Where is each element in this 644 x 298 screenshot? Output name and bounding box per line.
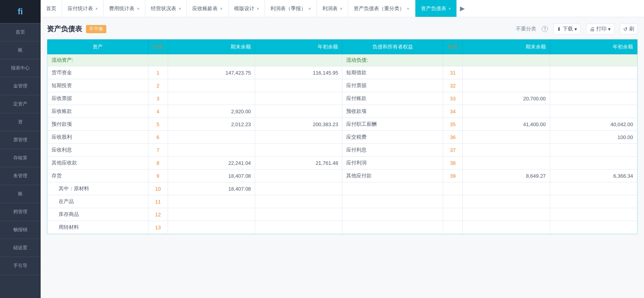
- left-beginning: [255, 170, 342, 182]
- sidebar-item-expense[interactable]: 畅报销: [0, 221, 41, 239]
- sidebar-item-fixed-assets[interactable]: 定资产: [0, 95, 41, 113]
- sidebar-item-doc-mgmt[interactable]: 档管理: [0, 203, 41, 221]
- sidebar-item-inventory[interactable]: 存核算: [0, 149, 41, 167]
- download-chevron-icon: ▾: [574, 26, 577, 32]
- right-ending: [463, 208, 550, 221]
- right-row-num: 33: [443, 92, 463, 105]
- right-beginning: [550, 92, 637, 105]
- print-button[interactable]: 🖨 打印 ▾: [586, 23, 614, 34]
- right-ending: [463, 105, 550, 118]
- sidebar-item-fund-mgmt[interactable]: 金管理: [0, 77, 41, 95]
- left-ending: 2,920.00: [168, 105, 255, 118]
- right-ending: [463, 157, 550, 170]
- sidebar-item-investment[interactable]: 资: [0, 113, 41, 131]
- left-ending: [168, 208, 255, 221]
- left-name: 周转材料: [48, 221, 148, 234]
- sidebar-item-ledger[interactable]: 账: [0, 185, 41, 203]
- tab-close-template-design[interactable]: ×: [257, 6, 259, 11]
- left-row-num: 4: [148, 105, 168, 118]
- right-row-num: 31: [443, 66, 463, 79]
- left-beginning: 116,145.95: [255, 66, 342, 79]
- right-name: 应付利息: [342, 144, 443, 157]
- sidebar-item-home[interactable]: 首页: [0, 23, 41, 41]
- left-name: 存货: [48, 170, 148, 182]
- category-label: 不重分类: [516, 25, 536, 32]
- left-row-num: 6: [148, 131, 168, 144]
- section-left-label: 流动资产:: [48, 54, 148, 66]
- tab-close-operation-status[interactable]: ×: [179, 6, 181, 11]
- right-ending: [463, 144, 550, 157]
- tab-close-expense-summary[interactable]: ×: [137, 6, 139, 11]
- right-name: 应付职工薪酬: [342, 118, 443, 131]
- right-beginning: [550, 105, 637, 118]
- header-row-num: 行次: [148, 40, 168, 54]
- tab-scroll-right[interactable]: ▶: [457, 5, 468, 12]
- left-name: 货币资金: [48, 66, 148, 79]
- left-ending: [168, 92, 255, 105]
- right-name: 短期借款: [342, 66, 443, 79]
- tab-operation-status[interactable]: 经营状况表 ×: [145, 0, 187, 17]
- left-ending: [168, 195, 255, 208]
- tab-close-profit-quarterly[interactable]: ×: [308, 6, 311, 11]
- page-title-area: 资产负债表 不平衡: [47, 24, 106, 34]
- left-name: 应收票据: [48, 92, 148, 105]
- tab-template-design[interactable]: 模版设计 ×: [229, 0, 265, 17]
- tab-ar-aging[interactable]: 应收账龄表 ×: [187, 0, 228, 17]
- tab-profit-quarterly[interactable]: 利润表（季报） ×: [265, 0, 317, 17]
- table-row-4: 应收账款 4 2,920.00 预收款项 34: [48, 105, 637, 118]
- tab-profit[interactable]: 利润表 ×: [317, 0, 348, 17]
- tab-ap-summary[interactable]: 应付统计表 ×: [62, 0, 104, 17]
- print-icon: 🖨: [590, 26, 595, 32]
- tab-close-ap-summary[interactable]: ×: [95, 6, 98, 11]
- left-row-num: 11: [148, 195, 168, 208]
- right-row-num: [443, 195, 463, 208]
- sidebar-item-tax-mgmt[interactable]: 务管理: [0, 167, 41, 185]
- left-ending: [168, 221, 255, 234]
- right-row-num: 37: [443, 144, 463, 157]
- left-ending: 147,423.75: [168, 66, 255, 79]
- left-ending: 2,012.23: [168, 118, 255, 131]
- left-name: 应收利息: [48, 144, 148, 157]
- right-name: [342, 195, 443, 208]
- right-ending: [463, 195, 550, 208]
- header-liability: 负债和所有者权益: [342, 40, 443, 54]
- sidebar-item-basic-settings[interactable]: 础设置: [0, 239, 41, 257]
- left-ending: [168, 131, 255, 144]
- header-row-num2: 行次: [443, 40, 463, 54]
- tab-close-balance-reclassified[interactable]: ×: [407, 6, 409, 11]
- table-row-10: 其中：原材料 10 18,407.08: [48, 182, 637, 195]
- tab-home[interactable]: 首页: [41, 0, 62, 17]
- refresh-button[interactable]: ↺ 刷: [620, 23, 638, 34]
- table-row-8: 其他应收款 8 22,241.04 21,761.48 应付利润 38: [48, 157, 637, 170]
- tab-close-profit[interactable]: ×: [340, 6, 342, 11]
- print-chevron-icon: ▾: [608, 26, 611, 32]
- sidebar: fi 首页 账 报表中心 金管理 定资产 资 票管理 存核算 务管理 账 档管理…: [0, 0, 41, 298]
- left-row-num: 3: [148, 92, 168, 105]
- left-row-num: 8: [148, 157, 168, 170]
- left-row-num: 13: [148, 221, 168, 234]
- tab-expense-summary[interactable]: 费用统计表 ×: [104, 0, 145, 17]
- right-ending: 41,400.00: [463, 118, 550, 131]
- tab-close-ar-aging[interactable]: ×: [220, 6, 222, 11]
- left-row-num: 5: [148, 118, 168, 131]
- right-beginning: [550, 221, 637, 234]
- tab-balance-reclassified[interactable]: 资产负债表（重分类） ×: [348, 0, 415, 17]
- sidebar-item-invoice-mgmt[interactable]: 票管理: [0, 131, 41, 149]
- sidebar-item-account[interactable]: 账: [0, 41, 41, 59]
- right-row-num: [443, 208, 463, 221]
- tab-balance[interactable]: 资产负债表 ×: [415, 0, 457, 17]
- left-beginning: [255, 131, 342, 144]
- left-row-num: 10: [148, 182, 168, 195]
- right-beginning: [550, 79, 637, 92]
- help-icon[interactable]: ?: [542, 26, 548, 32]
- right-name: 预收款项: [342, 105, 443, 118]
- right-beginning: [550, 182, 637, 195]
- header-ending-balance: 期末余额: [168, 40, 255, 54]
- left-name: 短期投资: [48, 79, 148, 92]
- tab-close-balance[interactable]: ×: [449, 6, 451, 11]
- download-button[interactable]: ⬇ 下载 ▾: [553, 23, 581, 34]
- sidebar-item-report-center[interactable]: 报表中心: [0, 59, 41, 77]
- toolbar-right: 不重分类 ? ⬇ 下载 ▾ 🖨 打印 ▾ ↺ 刷: [516, 23, 638, 34]
- right-name: [342, 208, 443, 221]
- sidebar-item-guide[interactable]: 手引导: [0, 257, 41, 275]
